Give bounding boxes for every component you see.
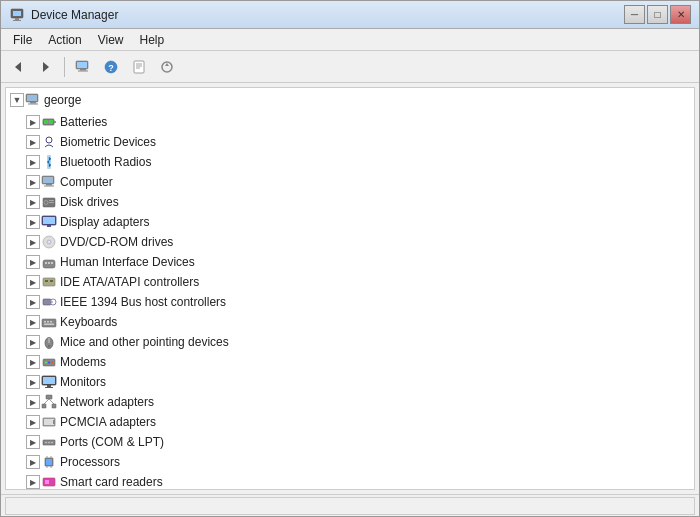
svg-rect-65 — [43, 377, 55, 384]
help-button[interactable]: ? — [98, 55, 124, 79]
expand-btn-11[interactable]: ▶ — [26, 335, 40, 349]
item-label-11: Mice and other pointing devices — [60, 335, 229, 349]
expand-btn-4[interactable]: ▶ — [26, 195, 40, 209]
device-tree[interactable]: ▼ george ▶Batteries▶Biometric Devices▶Bl… — [5, 87, 695, 490]
tree-item-13[interactable]: ▶Monitors — [6, 372, 694, 392]
tree-item-16[interactable]: ▶Ports (COM & LPT) — [6, 432, 694, 452]
item-label-6: DVD/CD-ROM drives — [60, 235, 173, 249]
properties-button[interactable] — [126, 55, 152, 79]
expand-btn-16[interactable]: ▶ — [26, 435, 40, 449]
toolbar: ? — [1, 51, 699, 83]
svg-rect-38 — [47, 225, 51, 227]
svg-rect-7 — [77, 62, 87, 68]
svg-line-72 — [49, 399, 54, 404]
device-icon-16 — [41, 434, 57, 450]
device-icon-11 — [41, 334, 57, 350]
tree-item-4[interactable]: ▶Disk drives — [6, 192, 694, 212]
item-label-7: Human Interface Devices — [60, 255, 195, 269]
item-label-10: Keyboards — [60, 315, 117, 329]
expand-btn-17[interactable]: ▶ — [26, 455, 40, 469]
svg-point-41 — [48, 241, 50, 243]
svg-rect-25 — [49, 120, 53, 124]
tree-item-6[interactable]: ▶DVD/CD-ROM drives — [6, 232, 694, 252]
device-icon-2 — [41, 154, 57, 170]
svg-rect-74 — [44, 419, 54, 425]
expand-btn-2[interactable]: ▶ — [26, 155, 40, 169]
tree-item-15[interactable]: ▶PCMCIA adapters — [6, 412, 694, 432]
expand-btn-8[interactable]: ▶ — [26, 275, 40, 289]
svg-point-62 — [48, 362, 50, 364]
item-label-9: IEEE 1394 Bus host controllers — [60, 295, 226, 309]
tree-item-18[interactable]: ▶Smart card readers — [6, 472, 694, 490]
computer-icon-button[interactable] — [70, 55, 96, 79]
expand-btn-10[interactable]: ▶ — [26, 315, 40, 329]
tree-item-9[interactable]: ▶IEEE 1394 Bus host controllers — [6, 292, 694, 312]
forward-button[interactable] — [33, 55, 59, 79]
tree-item-8[interactable]: ▶IDE ATA/ATAPI controllers — [6, 272, 694, 292]
title-icon — [9, 7, 25, 23]
menu-file[interactable]: File — [5, 31, 40, 49]
expand-btn-7[interactable]: ▶ — [26, 255, 40, 269]
expand-btn-12[interactable]: ▶ — [26, 355, 40, 369]
svg-rect-70 — [52, 404, 56, 408]
tree-item-11[interactable]: ▶Mice and other pointing devices — [6, 332, 694, 352]
svg-rect-30 — [46, 184, 52, 186]
svg-rect-19 — [27, 95, 37, 101]
device-icon-10 — [41, 314, 57, 330]
tree-item-17[interactable]: ▶Processors — [6, 452, 694, 472]
expand-btn-14[interactable]: ▶ — [26, 395, 40, 409]
svg-rect-47 — [45, 280, 48, 282]
tree-item-3[interactable]: ▶Computer — [6, 172, 694, 192]
expand-btn-18[interactable]: ▶ — [26, 475, 40, 489]
expand-btn-9[interactable]: ▶ — [26, 295, 40, 309]
tree-item-root[interactable]: ▼ george — [6, 90, 694, 110]
tree-item-0[interactable]: ▶Batteries — [6, 112, 694, 132]
expand-btn-5[interactable]: ▶ — [26, 215, 40, 229]
menu-action[interactable]: Action — [40, 31, 89, 49]
item-label-2: Bluetooth Radios — [60, 155, 151, 169]
status-panel — [5, 497, 695, 515]
toolbar-separator-1 — [64, 57, 65, 77]
svg-rect-43 — [45, 262, 47, 264]
item-label-14: Network adapters — [60, 395, 154, 409]
tree-item-5[interactable]: ▶Display adapters — [6, 212, 694, 232]
device-icon-3 — [41, 174, 57, 190]
device-icon-6 — [41, 234, 57, 250]
expand-btn-13[interactable]: ▶ — [26, 375, 40, 389]
svg-rect-67 — [45, 387, 53, 388]
device-icon-4 — [41, 194, 57, 210]
tree-item-2[interactable]: ▶Bluetooth Radios — [6, 152, 694, 172]
update-driver-button[interactable] — [154, 55, 180, 79]
tree-item-7[interactable]: ▶Human Interface Devices — [6, 252, 694, 272]
device-icon-7 — [41, 254, 57, 270]
item-label-5: Display adapters — [60, 215, 149, 229]
close-button[interactable]: ✕ — [670, 5, 691, 24]
expand-btn-6[interactable]: ▶ — [26, 235, 40, 249]
title-bar: Device Manager ─ □ ✕ — [1, 1, 699, 29]
tree-item-10[interactable]: ▶Keyboards — [6, 312, 694, 332]
minimize-button[interactable]: ─ — [624, 5, 645, 24]
tree-item-14[interactable]: ▶Network adapters — [6, 392, 694, 412]
expand-btn-3[interactable]: ▶ — [26, 175, 40, 189]
tree-item-1[interactable]: ▶Biometric Devices — [6, 132, 694, 152]
svg-text:?: ? — [108, 63, 114, 73]
item-label-17: Processors — [60, 455, 120, 469]
expand-btn-1[interactable]: ▶ — [26, 135, 40, 149]
expand-btn-0[interactable]: ▶ — [26, 115, 40, 129]
svg-rect-45 — [51, 262, 53, 264]
svg-rect-21 — [28, 104, 38, 105]
device-icon-14 — [41, 394, 57, 410]
item-label-3: Computer — [60, 175, 113, 189]
svg-rect-8 — [80, 69, 86, 71]
back-button[interactable] — [5, 55, 31, 79]
expand-george[interactable]: ▼ — [10, 93, 24, 107]
tree-item-12[interactable]: ▶Modems — [6, 352, 694, 372]
svg-rect-66 — [47, 385, 51, 387]
menu-view[interactable]: View — [90, 31, 132, 49]
expand-btn-15[interactable]: ▶ — [26, 415, 40, 429]
maximize-button[interactable]: □ — [647, 5, 668, 24]
svg-marker-4 — [15, 62, 21, 72]
device-icon-9 — [41, 294, 57, 310]
menu-help[interactable]: Help — [132, 31, 173, 49]
item-label-4: Disk drives — [60, 195, 119, 209]
